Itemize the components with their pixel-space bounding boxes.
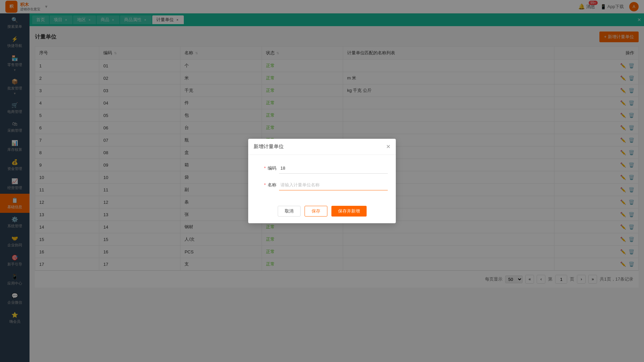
modal-footer: 取消 保存 保存并新增 xyxy=(248,202,396,223)
modal-overlay[interactable]: 新增计量单位 ✕ * 编码 * 名称 取消 保存 保存并新增 xyxy=(0,0,644,362)
modal-header: 新增计量单位 ✕ xyxy=(248,139,396,155)
modal-title: 新增计量单位 xyxy=(254,143,284,150)
save-button[interactable]: 保存 xyxy=(305,206,327,217)
save-and-new-button[interactable]: 保存并新增 xyxy=(331,206,367,217)
modal-close-button[interactable]: ✕ xyxy=(386,143,390,150)
code-input[interactable] xyxy=(279,163,388,174)
code-label: * 编码 xyxy=(256,165,276,171)
name-label: * 名称 xyxy=(256,182,276,188)
add-unit-modal: 新增计量单位 ✕ * 编码 * 名称 取消 保存 保存并新增 xyxy=(248,139,396,223)
form-row-name: * 名称 xyxy=(256,180,388,190)
cancel-button[interactable]: 取消 xyxy=(278,206,301,217)
name-input[interactable] xyxy=(279,180,388,190)
form-row-code: * 编码 xyxy=(256,163,388,174)
modal-body: * 编码 * 名称 xyxy=(248,155,396,202)
